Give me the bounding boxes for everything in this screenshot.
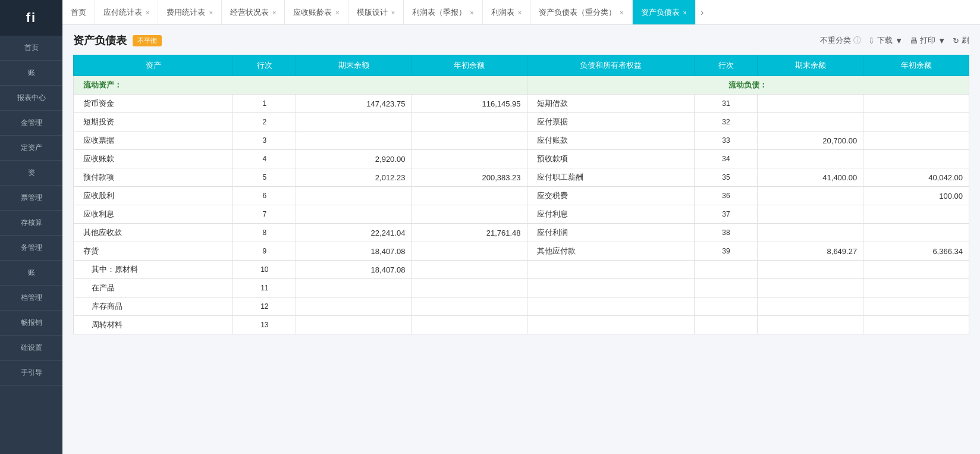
- left-begin-balance: [412, 205, 527, 224]
- right-item-name[interactable]: 应交税费: [527, 187, 695, 205]
- tab-profit[interactable]: 利润表 ×: [483, 0, 530, 25]
- right-end-balance: [758, 279, 863, 298]
- col-header-end-balance-left: 期末余额: [296, 55, 412, 76]
- right-end-balance: [758, 224, 863, 242]
- right-item-name[interactable]: [527, 261, 695, 279]
- table-row: 应收股利 6 应交税费 36 100.00: [74, 187, 969, 205]
- tab-close-profit[interactable]: ×: [518, 9, 522, 16]
- sidebar-item-affairs[interactable]: 务管理: [0, 236, 62, 261]
- refresh-button[interactable]: ↻ 刷: [953, 35, 969, 46]
- right-end-balance: 20,700.00: [758, 131, 863, 150]
- right-row-num: 34: [695, 150, 758, 168]
- sidebar-item-cash[interactable]: 金管理: [0, 111, 62, 136]
- tab-expense-stats[interactable]: 费用统计表 ×: [158, 0, 221, 25]
- tab-bar: 首页 应付统计表 × 费用统计表 × 经营状况表 × 应收账龄表 × 模版设计 …: [62, 0, 980, 25]
- sidebar-item-archives[interactable]: 档管理: [0, 286, 62, 311]
- sidebar-item-settings[interactable]: 础设置: [0, 336, 62, 361]
- left-item-name[interactable]: 其中：原材料: [74, 261, 233, 279]
- sidebar-item-home[interactable]: 首页: [0, 36, 62, 61]
- refresh-icon: ↻: [953, 36, 959, 45]
- left-item-name[interactable]: 应收账款: [74, 150, 233, 168]
- right-item-name[interactable]: 应付票据: [527, 113, 695, 131]
- left-row-num: 1: [233, 95, 296, 113]
- left-item-name[interactable]: 预付款项: [74, 168, 233, 187]
- right-begin-balance: [863, 224, 969, 242]
- left-begin-balance: [412, 150, 527, 168]
- tab-receivable-aging[interactable]: 应收账龄表 ×: [285, 0, 348, 25]
- sidebar-item-books[interactable]: 账: [0, 261, 62, 286]
- tab-profit-quarterly[interactable]: 利润表（季报） ×: [404, 0, 482, 25]
- right-begin-balance: [863, 150, 969, 168]
- right-begin-balance: 6,366.34: [863, 242, 969, 261]
- download-button[interactable]: ⇩ 下载 ▼: [868, 35, 903, 46]
- sidebar-item-account[interactable]: 账: [0, 61, 62, 86]
- col-header-begin-balance-right: 年初余额: [863, 55, 969, 76]
- left-begin-balance: [412, 187, 527, 205]
- left-begin-balance: 21,761.48: [412, 224, 527, 242]
- tab-scroll-right[interactable]: ›: [696, 7, 708, 18]
- left-item-name[interactable]: 货币资金: [74, 95, 233, 113]
- right-row-num: [695, 298, 758, 316]
- tab-payable-stats[interactable]: 应付统计表 ×: [95, 0, 158, 25]
- left-item-name[interactable]: 应收利息: [74, 205, 233, 224]
- tab-close-expense-stats[interactable]: ×: [209, 9, 212, 16]
- left-row-num: 7: [233, 205, 296, 224]
- col-header-end-balance-right: 期末余额: [758, 55, 863, 76]
- sidebar-item-reports[interactable]: 报表中心: [0, 86, 62, 111]
- left-item-name[interactable]: 库存商品: [74, 298, 233, 316]
- right-item-name[interactable]: 短期借款: [527, 95, 695, 113]
- left-item-name[interactable]: 其他应收款: [74, 224, 233, 242]
- right-item-name[interactable]: 预收款项: [527, 150, 695, 168]
- right-begin-balance: [863, 316, 969, 334]
- left-begin-balance: [412, 279, 527, 298]
- tab-close-receivable-aging[interactable]: ×: [335, 9, 339, 16]
- left-item-name[interactable]: 应收票据: [74, 131, 233, 150]
- left-item-name[interactable]: 存货: [74, 242, 233, 261]
- download-chevron-icon: ▼: [895, 36, 903, 45]
- help-icon[interactable]: ⓘ: [853, 35, 861, 46]
- left-begin-balance: 116,145.95: [412, 95, 527, 113]
- sidebar: fi 首页 账 报表中心 金管理 定资产 资 票管理 存核算 务管理 账 档管理…: [0, 0, 62, 454]
- right-end-balance: 41,400.00: [758, 168, 863, 187]
- right-item-name[interactable]: [527, 279, 695, 298]
- category-select[interactable]: 不重分类 ⓘ: [820, 35, 861, 46]
- tab-close-operations[interactable]: ×: [272, 9, 276, 16]
- left-item-name[interactable]: 在产品: [74, 279, 233, 298]
- col-header-row-num-left: 行次: [233, 55, 296, 76]
- right-begin-balance: [863, 279, 969, 298]
- print-button[interactable]: 🖶 打印 ▼: [910, 35, 946, 46]
- sidebar-item-tickets[interactable]: 票管理: [0, 186, 62, 211]
- right-item-name[interactable]: 应付职工薪酬: [527, 168, 695, 187]
- sidebar-item-expense[interactable]: 畅报销: [0, 311, 62, 336]
- tab-close-template-design[interactable]: ×: [391, 9, 395, 16]
- tab-close-profit-quarterly[interactable]: ×: [470, 9, 473, 16]
- right-item-name[interactable]: 应付利息: [527, 205, 695, 224]
- left-item-name[interactable]: 周转材料: [74, 316, 233, 334]
- right-item-name[interactable]: 其他应付款: [527, 242, 695, 261]
- left-end-balance: 2,012.23: [296, 168, 412, 187]
- right-item-name[interactable]: [527, 316, 695, 334]
- tab-template-design[interactable]: 模版设计 ×: [348, 0, 404, 25]
- right-item-name[interactable]: [527, 298, 695, 316]
- sidebar-item-inventory[interactable]: 存核算: [0, 211, 62, 236]
- sidebar-item-guide[interactable]: 手引导: [0, 361, 62, 386]
- left-item-name[interactable]: 应收股利: [74, 187, 233, 205]
- left-begin-balance: [412, 113, 527, 131]
- right-item-name[interactable]: 应付利润: [527, 224, 695, 242]
- sidebar-item-fixed-assets[interactable]: 定资产: [0, 136, 62, 161]
- left-row-num: 12: [233, 298, 296, 316]
- tab-home[interactable]: 首页: [62, 0, 95, 25]
- table-row: 短期投资 2 应付票据 32: [74, 113, 969, 131]
- tab-close-balance[interactable]: ×: [683, 9, 687, 16]
- tab-operations[interactable]: 经营状况表 ×: [222, 0, 285, 25]
- tab-close-payable-stats[interactable]: ×: [146, 9, 149, 16]
- sidebar-item-investment[interactable]: 资: [0, 161, 62, 186]
- left-item-name[interactable]: 短期投资: [74, 113, 233, 131]
- tab-balance[interactable]: 资产负债表 ×: [633, 0, 696, 25]
- left-begin-balance: [412, 131, 527, 150]
- right-end-balance: [758, 261, 863, 279]
- tab-close-balance-reclassified[interactable]: ×: [620, 9, 623, 16]
- right-item-name[interactable]: 应付账款: [527, 131, 695, 150]
- tab-balance-reclassified[interactable]: 资产负债表（重分类） ×: [530, 0, 632, 25]
- left-row-num: 2: [233, 113, 296, 131]
